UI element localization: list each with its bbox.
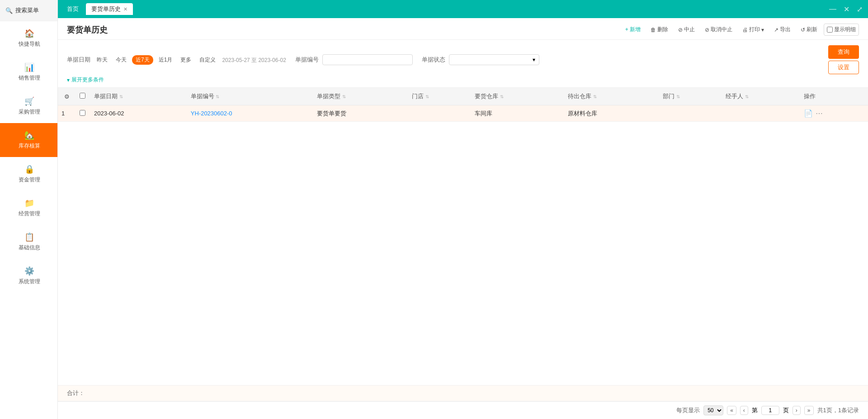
date-7days-btn[interactable]: 近7天 [132, 55, 153, 65]
export-label: 导出 [780, 26, 791, 33]
table-wrapper: ⚙ 单据日期 ⇅ 单据编号 ⇅ 单据类型 ⇅ [58, 88, 868, 385]
query-button[interactable]: 查询 [828, 45, 859, 59]
page-suffix: 页 [783, 406, 789, 414]
window-minimize-icon[interactable]: — [827, 4, 838, 14]
data-table: ⚙ 单据日期 ⇅ 单据编号 ⇅ 单据类型 ⇅ [58, 88, 868, 122]
col-settings[interactable]: ⚙ [58, 88, 76, 105]
sidebar-item-finance[interactable]: 🔒 资金管理 [0, 157, 57, 191]
col-checkbox[interactable] [76, 88, 90, 105]
settings-button[interactable]: 设置 [828, 61, 859, 74]
order-no-input[interactable] [322, 54, 413, 65]
handler-sort-icon[interactable]: ⇅ [745, 94, 749, 99]
page-header: 要货单历史 + 新增 🗑 删除 ⊘ 中止 ⊘ 取消中止 🖨 打印 [58, 18, 868, 40]
first-page-btn[interactable]: « [727, 406, 736, 415]
date-filter-label: 单据日期 [67, 56, 90, 64]
export-button[interactable]: ↗ 导出 [770, 24, 794, 35]
order-type-sort-icon[interactable]: ⇅ [342, 94, 346, 99]
table-header-row: ⚙ 单据日期 ⇅ 单据编号 ⇅ 单据类型 ⇅ [58, 88, 868, 105]
date-yesterday-btn[interactable]: 昨天 [94, 55, 110, 65]
filter-area: 单据日期 昨天 今天 近7天 近1月 更多 自定义 2023-05-27 至 2… [58, 40, 868, 88]
new-button[interactable]: + 新增 [622, 24, 644, 35]
table-row: 1 2023-06-02 YH-20230602-0 要货单要货 车间库 原材料… [58, 105, 868, 122]
date-range-display: 2023-05-27 至 2023-06-02 [222, 57, 286, 64]
sidebar-item-system[interactable]: ⚙️ 系统管理 [0, 259, 57, 293]
stop-button[interactable]: ⊘ 中止 [675, 24, 698, 35]
row-date: 2023-06-02 [90, 105, 187, 122]
sidebar-item-base[interactable]: 📋 基础信息 [0, 225, 57, 259]
display-detail-button[interactable]: 显示明细 [824, 24, 859, 36]
page-number-input[interactable] [761, 406, 779, 415]
date-filter-buttons: 昨天 今天 近7天 近1月 更多 自定义 [94, 55, 218, 65]
row-order-no-link[interactable]: YH-20230602-0 [191, 110, 232, 117]
status-label: 单据状态 [422, 56, 445, 64]
col-department: 部门 ⇅ [659, 88, 722, 105]
pagination: 每页显示 50 « ‹ 第 页 › » 共1页，1条记录 [58, 401, 868, 419]
cancel-stop-label: 取消中止 [711, 26, 732, 33]
cancel-stop-button[interactable]: ⊘ 取消中止 [701, 24, 736, 35]
stop-icon: ⊘ [678, 27, 683, 33]
req-warehouse-sort-icon[interactable]: ⇅ [500, 94, 504, 99]
select-all-checkbox[interactable] [80, 93, 85, 99]
display-detail-label: 显示明细 [834, 26, 856, 33]
sidebar-item-purchase[interactable]: 🛒 采购管理 [0, 89, 57, 123]
prev-page-btn[interactable]: ‹ [740, 406, 748, 415]
sidebar-search[interactable]: 🔍 搜索菜单 [0, 0, 57, 21]
order-no-sort-icon[interactable]: ⇅ [216, 94, 219, 99]
expand-more-btn[interactable]: ▾ 展开更多条件 [67, 76, 859, 84]
list-icon: 📋 [24, 232, 34, 242]
col-action: 操作 [800, 88, 868, 105]
tabs-bar: 首页 要货单历史 ✕ — ✕ ⤢ [58, 0, 868, 18]
next-page-btn[interactable]: › [793, 406, 801, 415]
refresh-button[interactable]: ↺ 刷新 [797, 24, 821, 35]
sidebar-item-operation[interactable]: 📁 经营管理 [0, 191, 57, 225]
row-more-icon[interactable]: ⋯ [816, 109, 823, 118]
order-no-filter-group: 单据编号 [295, 54, 413, 65]
row-store [408, 105, 471, 122]
date-sort-icon[interactable]: ⇅ [119, 94, 123, 99]
refresh-label: 刷新 [807, 26, 817, 33]
sidebar-item-sales[interactable]: 📊 销售管理 [0, 55, 57, 89]
row-handler [722, 105, 800, 122]
col-req-warehouse-label: 要货仓库 [475, 93, 498, 100]
date-1month-btn[interactable]: 近1月 [156, 55, 175, 65]
window-close-icon[interactable]: ✕ [842, 4, 851, 14]
trash-icon: 🗑 [651, 27, 656, 33]
status-dropdown-icon: ▾ [533, 57, 535, 63]
home-icon: 🏠 [24, 29, 34, 38]
sidebar-search-label: 搜索菜单 [15, 6, 39, 14]
row-pending-warehouse: 原材料仓库 [564, 105, 659, 122]
print-label: 打印 [749, 26, 760, 33]
print-button[interactable]: 🖨 打印 ▾ [739, 24, 768, 35]
tab-requisition-history[interactable]: 要货单历史 ✕ [86, 3, 133, 15]
main-area: 首页 要货单历史 ✕ — ✕ ⤢ 要货单历史 + 新增 🗑 删除 ⊘ 中 [58, 0, 868, 419]
col-order-no-label: 单据编号 [191, 93, 214, 100]
sidebar-item-label: 销售管理 [19, 74, 40, 82]
tab-home[interactable]: 首页 [61, 3, 84, 15]
row-checkbox[interactable] [76, 105, 90, 122]
store-sort-icon[interactable]: ⇅ [425, 94, 429, 99]
date-more-btn[interactable]: 更多 [178, 55, 194, 65]
status-select[interactable]: ▾ [449, 54, 539, 65]
display-detail-checkbox[interactable] [827, 27, 833, 33]
window-maximize-icon[interactable]: ⤢ [855, 4, 864, 14]
per-page-select[interactable]: 50 [703, 405, 723, 415]
date-custom-btn[interactable]: 自定义 [197, 55, 218, 65]
col-date-label: 单据日期 [94, 93, 118, 100]
delete-button[interactable]: 🗑 删除 [647, 24, 672, 35]
department-sort-icon[interactable]: ⇅ [676, 94, 680, 99]
date-today-btn[interactable]: 今天 [113, 55, 129, 65]
row-edit-icon[interactable]: 📄 [804, 109, 813, 118]
sidebar-item-inventory[interactable]: 🏡 库存核算 [0, 123, 57, 157]
tab-close-btn[interactable]: ✕ [123, 6, 127, 12]
print-icon: 🖨 [742, 27, 748, 33]
pending-warehouse-sort-icon[interactable]: ⇅ [593, 94, 597, 99]
col-order-type-label: 单据类型 [317, 93, 340, 100]
col-pending-warehouse-label: 待出仓库 [568, 93, 591, 100]
row-select-checkbox[interactable] [80, 110, 85, 116]
sidebar-item-quick-nav[interactable]: 🏠 快捷导航 [0, 21, 57, 55]
last-page-btn[interactable]: » [804, 406, 814, 415]
col-req-warehouse: 要货仓库 ⇅ [471, 88, 564, 105]
order-no-label: 单据编号 [295, 56, 319, 64]
search-icon: 🔍 [5, 7, 13, 14]
col-action-label: 操作 [804, 93, 816, 100]
